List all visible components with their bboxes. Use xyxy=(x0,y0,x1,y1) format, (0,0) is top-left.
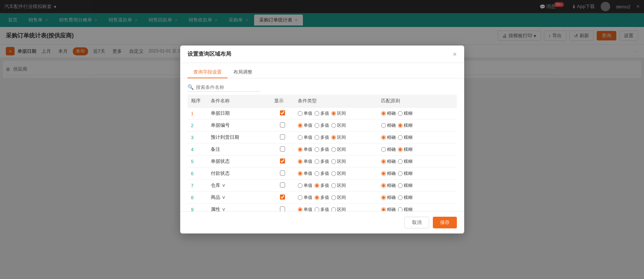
modal-title: 设置查询区域布局 xyxy=(187,51,231,58)
modal-tab-0[interactable]: 查询字段设置 xyxy=(187,67,228,78)
modal-search-area: 🔍 xyxy=(180,78,464,81)
modal-overlay: 设置查询区域布局 × 查询字段设置 布局调整 🔍 顺序 xyxy=(0,0,644,81)
modal-close-button[interactable]: × xyxy=(453,51,457,58)
modal-tabs: 查询字段设置 布局调整 xyxy=(180,63,464,78)
modal-dialog: 设置查询区域布局 × 查询字段设置 布局调整 🔍 顺序 xyxy=(180,46,464,81)
modal-header: 设置查询区域布局 × xyxy=(180,46,464,63)
modal-tab-1[interactable]: 布局调整 xyxy=(228,67,258,78)
